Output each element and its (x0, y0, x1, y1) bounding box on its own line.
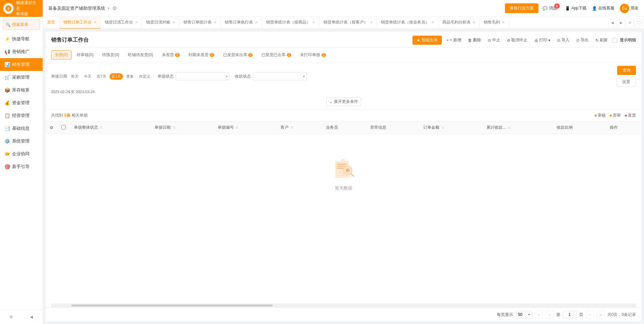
tab-close-sales-execute[interactable]: ✕ (255, 21, 258, 24)
page-next-button[interactable]: › (586, 311, 594, 319)
tab-sales-execute[interactable]: 销售订单执行表 ✕ (221, 17, 262, 29)
sort-customer-icon[interactable]: ⇅ (291, 126, 293, 129)
tab-sales-summary-product[interactable]: 销货单统计表（按商品） ✕ (262, 17, 319, 29)
add-button[interactable]: + + 新增 (444, 36, 463, 44)
date-range-display: 2023-02-24 至 2023-03-24 (51, 89, 95, 94)
tab-fullscreen-button[interactable]: ⛶ (635, 19, 643, 27)
tab-close-sales-workbench[interactable]: ✕ (94, 21, 96, 24)
page-input[interactable] (563, 311, 576, 318)
filter-tab-not-printed[interactable]: 未打印单据 0 (296, 50, 330, 59)
review-action-button[interactable]: 审核 (595, 113, 606, 118)
stop-button[interactable]: ⊙ 中止 (486, 36, 502, 44)
filter-settings-button[interactable]: 设置 (616, 77, 636, 87)
sidebar-item-system[interactable]: ⚙️ 系统管理 (0, 135, 43, 148)
tab-cash-reconcile[interactable]: 钱货日清对账 ✕ (142, 17, 179, 29)
collection-select[interactable] (253, 72, 307, 80)
ship-dot (625, 115, 627, 117)
page-prev-button[interactable]: ‹ (546, 311, 554, 319)
search-menu-button[interactable]: 🔍 搜索菜单 (3, 19, 40, 30)
page-size-select[interactable]: 50 100 200 (516, 311, 532, 318)
date-7days-btn[interactable]: 近7天 (95, 73, 108, 80)
main-area: 装备及固定资产辅助管理系统 ▾ ⚙ 体验行业方案 💬 消息 6 📱 App下载 … (43, 0, 644, 324)
tab-close-sales-summary-customer[interactable]: ✕ (370, 21, 373, 24)
import-button[interactable]: ⊙ 导入 (555, 36, 571, 44)
cancel-review-action-button[interactable]: 弃审 (610, 113, 621, 118)
user-menu-button[interactable]: Ea 用友 (620, 4, 639, 13)
sidebar-item-marketing[interactable]: 📢 营销推广 (0, 45, 43, 58)
refresh-button[interactable]: ↻ 刷新 (593, 36, 610, 44)
tab-close-all-button[interactable]: ✕ (626, 19, 634, 27)
filter-tab-not-shipped[interactable]: 未发货 0 (158, 50, 183, 59)
tab-sales-workbench[interactable]: 销售订单工作台 ✕ (59, 17, 101, 29)
sidebar-collapse-button[interactable]: ◀ (23, 313, 40, 321)
tab-close-sales-summary-product[interactable]: ✕ (312, 21, 315, 24)
sidebar-item-cooperation[interactable]: 🤝 企业协同 (0, 148, 43, 160)
tab-home[interactable]: 首页 (43, 17, 59, 29)
filter-tab-shipped-not-warehoused[interactable]: 已发货未出库 0 (219, 50, 257, 59)
tab-sales-summary-staff[interactable]: 销货单统计表（按业务员） ✕ (377, 17, 438, 29)
select-all-checkbox[interactable] (61, 125, 66, 129)
sort-collected-icon[interactable]: ⇅ (508, 126, 510, 129)
page-last-button[interactable]: » (597, 311, 605, 319)
sidebar-item-sales[interactable]: 📊 销售管理 (0, 58, 43, 71)
cancel-stop-button[interactable]: ⊘ 取消中止 (505, 36, 529, 44)
tabbar: 首页 销售订单工作台 ✕ 钱货日清工作台 ✕ 钱货日清对账 ✕ 销售订单统计表 … (43, 17, 644, 29)
filter-tab-pending-inspect[interactable]: 待拣货(0) (98, 50, 123, 59)
tab-cash-daily[interactable]: 钱货日清工作台 ✕ (101, 17, 142, 29)
tab-gross-margin[interactable]: 商品毛利分析表 ✕ (438, 17, 480, 29)
sidebar-item-operations[interactable]: 📋 经营管理 (0, 109, 43, 122)
filter-tab-shipped-warehoused[interactable]: 已发货已出库 0 (258, 50, 295, 59)
tab-sales-summary-customer[interactable]: 销货单统计表（按客户） ✕ (319, 17, 377, 29)
sidebar-settings-button[interactable]: ⚙ (3, 313, 20, 321)
page-first-button[interactable]: « (535, 311, 543, 319)
horizontal-scrollbar[interactable] (51, 303, 636, 308)
sort-number-icon[interactable]: ⇅ (235, 126, 238, 129)
print-button[interactable]: 🖨 打印 ▾ (532, 36, 552, 44)
filter-tab-wangpu[interactable]: 旺铺待发货(0) (124, 50, 157, 59)
sidebar-item-inventory[interactable]: 📦 库存核算 (0, 84, 43, 96)
column-settings-icon[interactable]: ⚙ (50, 125, 53, 130)
topbar-settings-icon[interactable]: ⚙ (112, 5, 117, 11)
date-today-btn[interactable]: 今天 (82, 73, 93, 80)
tab-sales-profit[interactable]: 销售毛利 ✕ (480, 17, 509, 29)
show-detail-checkbox[interactable] (612, 38, 617, 43)
expand-filter-button[interactable]: ⌄ 展开更多条件 (326, 97, 361, 106)
sidebar-item-finance[interactable]: 💰 资金管理 (0, 96, 43, 109)
tab-sales-stats[interactable]: 销售订单统计表 ✕ (179, 17, 221, 29)
filter-tab-pending-review[interactable]: 待审核(0) (73, 50, 97, 59)
system-dropdown-icon[interactable]: ▾ (108, 6, 110, 10)
sort-amount-icon[interactable]: ⇅ (441, 126, 444, 129)
sidebar-item-quick-nav[interactable]: ⚡ 快捷导航 (0, 33, 43, 45)
date-more-btn[interactable]: 更多 (124, 73, 136, 80)
app-download-button[interactable]: 📱 App下载 (565, 5, 587, 11)
date-yesterday-btn[interactable]: 昨天 (69, 73, 81, 80)
tab-close-sales-stats[interactable]: ✕ (214, 21, 216, 24)
solution-button[interactable]: 体验行业方案 (505, 3, 539, 13)
tab-close-cash-daily[interactable]: ✕ (135, 21, 138, 24)
date-custom-btn[interactable]: 自定义 (137, 73, 152, 80)
message-button[interactable]: 💬 消息 6 (543, 5, 557, 11)
delete-button[interactable]: 🗑 删除 (466, 36, 483, 44)
export-button[interactable]: ⊙ 导出 (574, 36, 591, 44)
svg-point-11 (341, 159, 345, 162)
status-select[interactable] (176, 72, 229, 80)
sort-status-icon[interactable]: ⇅ (100, 126, 102, 129)
tab-scroll-right-button[interactable]: ▶ (617, 19, 625, 27)
scrollbar-thumb[interactable] (71, 305, 273, 307)
query-button[interactable]: 查询 (617, 66, 636, 75)
tab-close-sales-summary-staff[interactable]: ✕ (431, 21, 434, 24)
sidebar-item-guide[interactable]: 🎯 新手引导 (0, 160, 43, 173)
date-1month-btn[interactable]: 近1月 (110, 73, 123, 80)
tab-scroll-left-button[interactable]: ◀ (608, 19, 616, 27)
sidebar-item-basic-info[interactable]: 📑 基础信息 (0, 122, 43, 135)
tab-close-gross-margin[interactable]: ✕ (473, 21, 475, 24)
sidebar-item-purchase[interactable]: 🛒 采购管理 (0, 71, 43, 84)
tab-close-sales-profit[interactable]: ✕ (502, 21, 505, 24)
sort-date-icon[interactable]: ⇅ (173, 126, 175, 129)
online-service-button[interactable]: 👤 在线客服 (592, 5, 614, 11)
tab-close-cash-reconcile[interactable]: ✕ (172, 21, 175, 24)
smart-generate-button[interactable]: ★ 智能生单 (413, 36, 442, 45)
ship-action-button[interactable]: 发货 (625, 113, 636, 118)
filter-tab-all[interactable]: 全部(0) (51, 50, 72, 59)
filter-tab-expired-not-shipped[interactable]: 到期未发货 0 (185, 50, 218, 59)
